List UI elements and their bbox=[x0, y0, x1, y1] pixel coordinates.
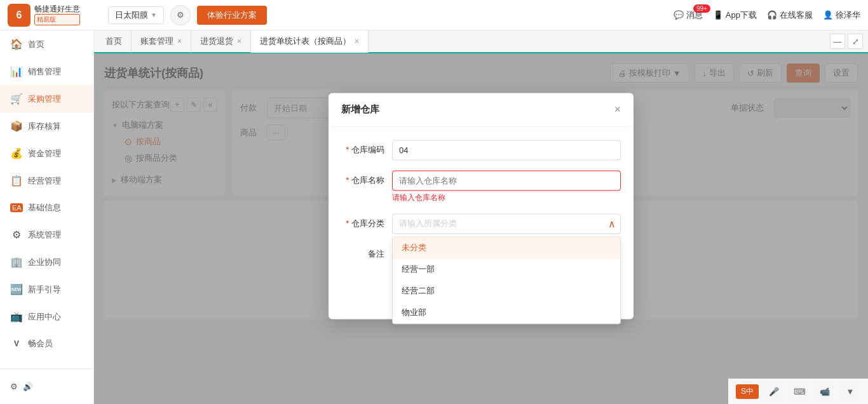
online-service-button[interactable]: 🎧 在线客服 bbox=[767, 10, 813, 21]
modal-body: 仓库编码 仓库名称 请输入仓库名称 bbox=[329, 127, 634, 281]
trial-industry-button[interactable]: 体验行业方案 bbox=[197, 6, 267, 25]
sidebar-item-label: 应用中心 bbox=[28, 311, 61, 323]
settings-icon: ⚙ bbox=[10, 382, 18, 391]
operations-icon: 📋 bbox=[10, 175, 23, 187]
settings-gear-button[interactable]: ⚙ bbox=[170, 5, 191, 25]
sidebar-item-label: 销售管理 bbox=[28, 66, 61, 77]
app-download-button[interactable]: 📱 App下载 bbox=[713, 10, 757, 21]
header-right: 💬 消息 99+ 📱 App下载 🎧 在线客服 👤 徐泽华 bbox=[674, 10, 860, 21]
logo-icon: 6 bbox=[8, 4, 31, 27]
dropdown-item-none[interactable]: 未分类 bbox=[393, 237, 620, 259]
store-name: 日太阳膜 bbox=[115, 10, 148, 21]
sidebar-item-label: 经营管理 bbox=[28, 175, 61, 187]
warehouse-code-control bbox=[392, 140, 621, 160]
sidebar-item-app-center[interactable]: 📺 应用中心 bbox=[0, 303, 93, 330]
sidebar-item-sales[interactable]: 📊 销售管理 bbox=[0, 58, 93, 85]
form-row-category: 仓库分类 请输入所属分类 ∧ 未分类 经营一部 bbox=[341, 213, 621, 234]
sidebar-volume-icon: 🔊 bbox=[23, 382, 33, 391]
warehouse-category-label: 仓库分类 bbox=[341, 213, 392, 234]
page-content: 进货单统计(按商品) 🖨 按模板打印 ▼ ↓ 导出 ↺ 刷新 bbox=[94, 53, 868, 404]
member-icon: V bbox=[10, 339, 23, 348]
category-select[interactable]: 请输入所属分类 bbox=[392, 213, 621, 234]
mic-icon-button[interactable]: 🎤 bbox=[764, 381, 784, 401]
form-row-code: 仓库编码 bbox=[341, 140, 621, 160]
dropdown-item-dept1[interactable]: 经营一部 bbox=[393, 259, 620, 280]
sidebar-item-operations[interactable]: 📋 经营管理 bbox=[0, 167, 93, 194]
sidebar-settings-button[interactable]: ⚙ 🔊 bbox=[0, 374, 93, 399]
finance-icon: 💰 bbox=[10, 147, 23, 159]
purchase-icon: 🛒 bbox=[10, 93, 23, 105]
more-icon-button[interactable]: ▼ bbox=[840, 381, 860, 401]
sidebar-item-label: 企业协同 bbox=[28, 257, 61, 268]
tab-bar: 首页 账套管理 × 进货退货 × 进货单统计表（按商品） × — ⤢ bbox=[94, 30, 868, 53]
sidebar-item-newbie[interactable]: 🆕 新手引导 bbox=[0, 276, 93, 303]
tab-purchase-stat[interactable]: 进货单统计表（按商品） × bbox=[251, 30, 369, 53]
basic-info-icon: EA bbox=[10, 203, 23, 212]
warehouse-name-error: 请输入仓库名称 bbox=[392, 192, 621, 203]
bottom-toolbar: S中 🎤 ⌨ 📹 ▼ bbox=[728, 379, 868, 404]
sidebar-item-label: 基础信息 bbox=[28, 202, 61, 213]
sidebar-item-label: 采购管理 bbox=[28, 93, 61, 105]
top-header: 6 畅捷通好生意 精易版 日太阳膜 ▼ ⚙ 体验行业方案 💬 消息 99+ 📱 … bbox=[0, 0, 868, 30]
sidebar-item-basic[interactable]: EA 基础信息 bbox=[0, 194, 93, 221]
tab-home[interactable]: 首页 bbox=[97, 30, 132, 53]
warehouse-name-label: 仓库名称 bbox=[341, 170, 392, 191]
modal-close-button[interactable]: × bbox=[614, 103, 621, 116]
sidebar-item-inventory[interactable]: 📦 库存核算 bbox=[0, 112, 93, 140]
sidebar-item-label: 畅会员 bbox=[28, 338, 53, 349]
gear-icon: ⚙ bbox=[177, 10, 184, 20]
message-badge: 99+ bbox=[693, 4, 710, 13]
user-name: 徐泽华 bbox=[836, 10, 860, 21]
category-dropdown: 未分类 经营一部 经营二部 物业部 bbox=[392, 236, 621, 324]
warehouse-name-input[interactable] bbox=[392, 170, 621, 191]
keyboard-icon-button[interactable]: ⌨ bbox=[789, 381, 810, 401]
tab-account-management[interactable]: 账套管理 × bbox=[132, 30, 191, 53]
app-center-icon: 📺 bbox=[10, 311, 23, 323]
remark-label: 备注 bbox=[341, 244, 392, 264]
tab-close-account[interactable]: × bbox=[177, 37, 182, 46]
warehouse-name-control: 请输入仓库名称 bbox=[392, 170, 621, 203]
sidebar-item-label: 库存核算 bbox=[28, 121, 61, 132]
tab-minimize-button[interactable]: — bbox=[830, 34, 845, 49]
category-arrow-icon[interactable]: ∧ bbox=[608, 218, 616, 230]
content-area: 首页 账套管理 × 进货退货 × 进货单统计表（按商品） × — ⤢ bbox=[94, 30, 868, 404]
sidebar-item-enterprise[interactable]: 🏢 企业协同 bbox=[0, 248, 93, 276]
form-row-name: 仓库名称 请输入仓库名称 bbox=[341, 170, 621, 203]
home-icon: 🏠 bbox=[10, 38, 23, 50]
dropdown-item-dept2[interactable]: 经营二部 bbox=[393, 280, 620, 302]
warehouse-code-label: 仓库编码 bbox=[341, 140, 392, 160]
sidebar-item-label: 首页 bbox=[28, 39, 44, 50]
warehouse-code-input[interactable] bbox=[392, 140, 621, 160]
category-select-wrapper: 请输入所属分类 ∧ 未分类 经营一部 经营二部 物业部 bbox=[392, 213, 621, 234]
tab-close-purchase-stat[interactable]: × bbox=[355, 37, 359, 46]
sidebar-item-finance[interactable]: 💰 资金管理 bbox=[0, 140, 93, 167]
main-layout: 🏠 首页 📊 销售管理 🛒 采购管理 📦 库存核算 💰 资金管理 📋 经营管理 … bbox=[0, 30, 868, 404]
category-placeholder: 请输入所属分类 bbox=[399, 213, 457, 234]
new-warehouse-modal: 新增仓库 × 仓库编码 仓库名称 bbox=[329, 93, 634, 319]
sales-icon: 📊 bbox=[10, 65, 23, 77]
store-selector[interactable]: 日太阳膜 ▼ bbox=[108, 6, 164, 24]
tab-actions: — ⤢ bbox=[830, 34, 865, 49]
s-icon-button[interactable]: S中 bbox=[736, 384, 759, 399]
message-icon: 💬 bbox=[674, 10, 684, 20]
sidebar-item-system[interactable]: ⚙ 系统管理 bbox=[0, 221, 93, 248]
download-icon: 📱 bbox=[713, 10, 723, 20]
tab-purchase-return[interactable]: 进货退货 × bbox=[191, 30, 251, 53]
user-menu[interactable]: 👤 徐泽华 bbox=[823, 10, 860, 21]
tab-close-purchase-return[interactable]: × bbox=[237, 37, 241, 46]
store-dropdown-arrow: ▼ bbox=[151, 11, 157, 18]
sidebar-item-purchase[interactable]: 🛒 采购管理 bbox=[0, 85, 93, 112]
tab-expand-button[interactable]: ⤢ bbox=[848, 34, 863, 49]
sidebar-item-home[interactable]: 🏠 首页 bbox=[0, 30, 93, 58]
logo-text: 畅捷通好生意 bbox=[34, 4, 80, 15]
newbie-icon: 🆕 bbox=[10, 283, 23, 295]
system-icon: ⚙ bbox=[10, 229, 23, 241]
inventory-icon: 📦 bbox=[10, 120, 23, 132]
sidebar-item-member[interactable]: V 畅会员 bbox=[0, 330, 93, 357]
dropdown-item-property[interactable]: 物业部 bbox=[393, 302, 620, 323]
message-button[interactable]: 💬 消息 99+ bbox=[674, 10, 703, 21]
sidebar-item-label: 资金管理 bbox=[28, 148, 61, 159]
camera-icon-button[interactable]: 📹 bbox=[815, 381, 835, 401]
modal-title: 新增仓库 bbox=[341, 104, 379, 116]
user-avatar-icon: 👤 bbox=[823, 10, 833, 20]
